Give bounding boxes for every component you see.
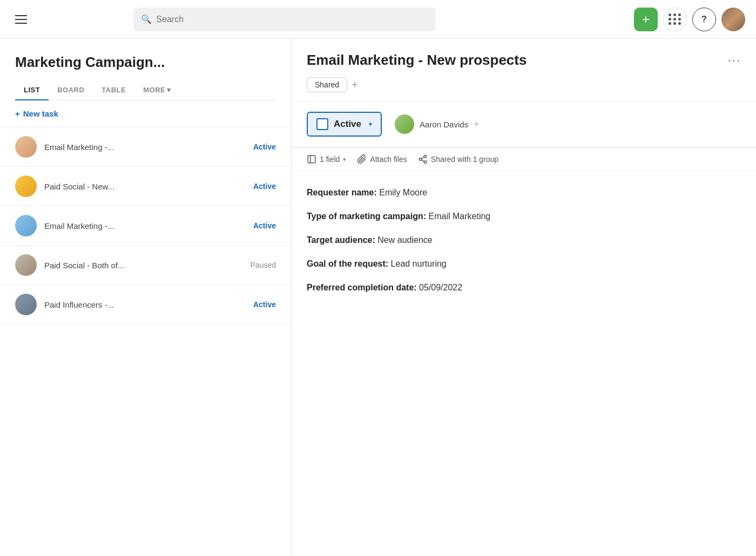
- left-panel: Marketing Campaign... LIST BOARD TABLE M…: [0, 39, 292, 556]
- detail-field: Type of marketing campaign: Email Market…: [307, 210, 741, 223]
- shared-tag[interactable]: Shared: [307, 77, 347, 92]
- toolbar-row: 1 field ▾ Attach files Shared with 1 gro…: [292, 148, 756, 171]
- detail-title: Email Marketing - New prospects: [307, 52, 526, 69]
- field-value-target-audience: New audience: [377, 235, 432, 245]
- tab-list[interactable]: LIST: [15, 80, 49, 100]
- add-tag-button[interactable]: +: [352, 79, 358, 91]
- avatar: [15, 136, 37, 158]
- detail-field: Requester name: Emily Moore: [307, 186, 741, 199]
- tab-bar: LIST BOARD TABLE MORE ▾: [15, 80, 276, 100]
- user-avatar[interactable]: [721, 8, 745, 31]
- field-icon: [307, 154, 316, 164]
- detail-field: Goal of the request: Lead nurturing: [307, 257, 741, 270]
- grid-button[interactable]: [663, 8, 687, 31]
- new-task-button[interactable]: + New task: [0, 100, 291, 127]
- hamburger-menu[interactable]: [11, 11, 31, 28]
- add-assignee-button[interactable]: +: [474, 119, 480, 130]
- assignee-avatar: [395, 114, 414, 134]
- svg-line-5: [421, 160, 424, 161]
- status-checkbox: [316, 118, 328, 130]
- top-nav: 🔍 + ?: [0, 0, 756, 39]
- main-content: Marketing Campaign... LIST BOARD TABLE M…: [0, 39, 756, 556]
- more-options-button[interactable]: ···: [728, 53, 741, 67]
- help-button[interactable]: ?: [692, 8, 716, 31]
- status-badge: Paused: [251, 261, 276, 269]
- task-name: Paid Social - Both of...: [44, 261, 243, 270]
- status-label: Active: [334, 119, 361, 130]
- chevron-down-icon: ▾: [167, 86, 171, 94]
- task-name: Email Marketing -...: [44, 143, 246, 152]
- tab-board[interactable]: BOARD: [49, 80, 93, 100]
- search-icon: 🔍: [141, 14, 152, 24]
- right-panel: Email Marketing - New prospects ··· Shar…: [292, 39, 756, 556]
- tab-table[interactable]: TABLE: [93, 80, 134, 100]
- chevron-down-icon: ▾: [343, 156, 346, 163]
- detail-field: Target audience: New audience: [307, 234, 741, 247]
- shared-group-label: Shared with 1 group: [431, 155, 498, 164]
- detail-field: Preferred completion date: 05/09/2022: [307, 281, 741, 294]
- svg-point-2: [424, 155, 427, 158]
- field-label-completion-date: Preferred completion date:: [307, 283, 417, 292]
- status-badge: Active: [253, 143, 276, 151]
- grid-dots-icon: [669, 13, 681, 25]
- avatar: [15, 294, 37, 315]
- tab-more[interactable]: MORE ▾: [134, 80, 180, 100]
- field-toolbar-item[interactable]: 1 field ▾: [307, 154, 346, 164]
- task-item[interactable]: Paid Social - New... Active: [0, 167, 291, 206]
- assignee-row: Aaron Davids +: [395, 108, 480, 140]
- paperclip-icon: [357, 154, 367, 164]
- search-input[interactable]: [156, 15, 428, 24]
- project-title: Marketing Campaign...: [15, 54, 276, 71]
- detail-title-row: Email Marketing - New prospects ···: [307, 52, 741, 69]
- attach-files-toolbar-item[interactable]: Attach files: [357, 154, 407, 164]
- field-label-goal: Goal of the request:: [307, 259, 388, 268]
- search-bar: 🔍: [133, 8, 436, 31]
- share-icon: [418, 154, 428, 164]
- task-item[interactable]: Paid Influencers -... Active: [0, 285, 291, 324]
- field-value-completion-date: 05/09/2022: [419, 283, 462, 292]
- task-name: Paid Social - New...: [44, 182, 246, 191]
- task-name: Email Marketing -...: [44, 221, 246, 230]
- status-dropdown[interactable]: Active ▾: [307, 112, 382, 137]
- left-header: Marketing Campaign... LIST BOARD TABLE M…: [0, 39, 291, 100]
- svg-point-3: [419, 158, 422, 161]
- field-label-campaign-type: Type of marketing campaign:: [307, 212, 426, 221]
- right-header: Email Marketing - New prospects ··· Shar…: [292, 39, 756, 101]
- assignee-name: Aaron Davids: [420, 120, 468, 129]
- field-label: 1 field: [320, 155, 340, 164]
- status-badge: Active: [253, 221, 276, 230]
- status-badge: Active: [253, 300, 276, 309]
- status-row: Active ▾ Aaron Davids +: [292, 101, 756, 147]
- avatar: [15, 254, 37, 276]
- task-item[interactable]: Email Marketing -... Active: [0, 206, 291, 246]
- tags-row: Shared +: [307, 77, 741, 92]
- task-list: Email Marketing -... Active Paid Social …: [0, 127, 291, 556]
- chevron-down-icon: ▾: [369, 120, 372, 128]
- field-label-requester: Requester name:: [307, 188, 377, 197]
- svg-line-6: [421, 157, 424, 159]
- status-section: Active ▾ Aaron Davids +: [292, 101, 756, 148]
- detail-fields: Requester name: Emily Moore Type of mark…: [292, 171, 756, 309]
- svg-rect-0: [308, 155, 315, 163]
- attach-files-label: Attach files: [370, 155, 407, 164]
- avatar: [15, 215, 37, 236]
- task-item[interactable]: Paid Social - Both of... Paused: [0, 246, 291, 285]
- avatar: [15, 175, 37, 197]
- task-item[interactable]: Email Marketing -... Active: [0, 127, 291, 167]
- field-value-goal: Lead nurturing: [391, 259, 447, 268]
- status-badge: Active: [253, 182, 276, 191]
- shared-group-toolbar-item[interactable]: Shared with 1 group: [418, 154, 498, 164]
- field-label-target-audience: Target audience:: [307, 235, 375, 245]
- new-task-label: New task: [23, 109, 58, 118]
- field-value-campaign-type: Email Marketing: [429, 212, 491, 221]
- plus-icon: +: [15, 109, 20, 118]
- nav-actions: + ?: [634, 8, 745, 31]
- field-value-requester: Emily Moore: [379, 188, 427, 197]
- add-button[interactable]: +: [634, 8, 658, 31]
- task-name: Paid Influencers -...: [44, 300, 246, 309]
- svg-point-4: [424, 161, 427, 164]
